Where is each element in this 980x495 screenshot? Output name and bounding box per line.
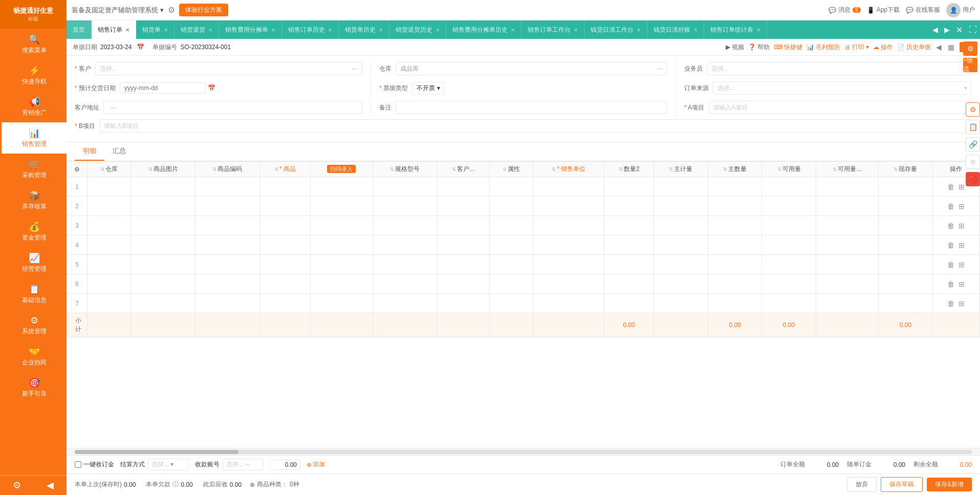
cell-7-available2[interactable]	[816, 294, 878, 313]
tab-1[interactable]: 销售订单✕	[92, 20, 136, 39]
date-picker-icon[interactable]: 📅	[137, 44, 144, 51]
tab-close-9[interactable]: ✕	[574, 27, 578, 33]
sidebar-settings-icon[interactable]: ⚙	[13, 480, 21, 491]
add-material-btn[interactable]: +物流	[963, 58, 977, 72]
col-header-available2[interactable]: ⇅可用量...	[816, 162, 878, 177]
cell-7-spec[interactable]	[373, 294, 438, 313]
row-copy-btn-2[interactable]: ⊞	[957, 201, 966, 211]
cell-7-unit[interactable]	[533, 294, 604, 313]
product-count[interactable]: ⊕ 商品种类： 0种	[250, 480, 299, 489]
tab-12[interactable]: 销售订单统计表✕	[704, 20, 767, 39]
b-project-input[interactable]: 请输入B项目	[99, 119, 972, 133]
cell-5-product[interactable]	[259, 255, 310, 274]
cell-5-main_unit[interactable]	[654, 255, 708, 274]
cell-2-product[interactable]	[259, 197, 310, 216]
cell-3-stock[interactable]	[879, 216, 933, 235]
cell-7-product[interactable]	[259, 294, 310, 313]
settings-panel-btn[interactable]: ⚙	[963, 41, 977, 56]
online-service[interactable]: 💬 在线客服	[906, 6, 940, 14]
cell-6-product_image[interactable]	[131, 274, 195, 294]
tab-close-1[interactable]: ✕	[125, 27, 129, 33]
cell-1-warehouse[interactable]	[88, 177, 131, 197]
cell-4-stock[interactable]	[879, 235, 933, 255]
col-header-spec[interactable]: ⇅规格型号	[373, 162, 438, 177]
cell-6-available2[interactable]	[816, 274, 878, 294]
cell-5-warehouse[interactable]	[88, 255, 131, 274]
cell-4-product[interactable]	[259, 235, 310, 255]
cell-4-spec[interactable]	[373, 235, 438, 255]
tab-3[interactable]: 销货退货✕	[175, 20, 219, 39]
cell-1-main_unit[interactable]	[654, 177, 708, 197]
operation-btn[interactable]: ☁ 操作	[873, 43, 893, 52]
cell-5-spec[interactable]	[373, 255, 438, 274]
col-header-customer_info[interactable]: ⇅客户...	[437, 162, 489, 177]
tab-4[interactable]: 销售费用分摊单✕	[219, 20, 282, 39]
row-delete-btn-1[interactable]: 🗑	[946, 182, 955, 192]
cell-5-unit[interactable]	[533, 255, 604, 274]
save-draft-button[interactable]: 保存草稿	[881, 477, 923, 492]
cell-1-stock[interactable]	[879, 177, 933, 197]
sidebar-item-operations[interactable]: 📈 经营管理	[0, 247, 67, 278]
side-icon-4[interactable]: ☆	[966, 155, 980, 169]
order-source-input[interactable]: 选择... ▾	[713, 81, 972, 95]
col-header-attribute[interactable]: ⇅属性	[489, 162, 533, 177]
cell-3-main_unit[interactable]	[654, 216, 708, 235]
cell-2-qty2[interactable]	[604, 197, 654, 216]
cell-1-main_qty[interactable]	[708, 177, 762, 197]
row-delete-btn-7[interactable]: 🗑	[946, 298, 955, 309]
cell-6-unit[interactable]	[533, 274, 604, 294]
cell-7-product_code[interactable]	[195, 294, 260, 313]
cell-1-available[interactable]	[762, 177, 816, 197]
print-dropdown-icon[interactable]: ▾	[866, 44, 869, 51]
system-title[interactable]: 装备及固定资产辅助管理系统 ▾	[72, 6, 164, 15]
cell-1-unit[interactable]	[533, 177, 604, 197]
scrollbar-track[interactable]	[75, 450, 972, 454]
tab-close-11[interactable]: ✕	[693, 27, 698, 33]
cell-7-main_qty[interactable]	[708, 294, 762, 313]
delivery-date-input[interactable]	[120, 82, 206, 94]
tab-0[interactable]: 首页	[67, 20, 92, 39]
cell-3-available2[interactable]	[816, 216, 878, 235]
tab-close-12[interactable]: ✕	[756, 27, 760, 33]
history-btn[interactable]: 📄 历史单据	[897, 43, 931, 52]
cell-7-stock[interactable]	[879, 294, 933, 313]
tab-close-3[interactable]: ✕	[208, 27, 212, 33]
sidebar-item-system[interactable]: ⚙ 系统管理	[0, 310, 67, 341]
col-header-product[interactable]: ⇅* 商品	[259, 162, 310, 177]
note-input[interactable]	[396, 101, 667, 114]
cell-2-customer_info[interactable]	[437, 197, 489, 216]
row-copy-btn-5[interactable]: ⊞	[957, 260, 966, 270]
sidebar-item-quick-nav[interactable]: ⚡ 快捷导航	[0, 60, 67, 91]
cell-3-barcode[interactable]	[310, 216, 373, 235]
cell-1-product[interactable]	[259, 177, 310, 197]
cell-4-barcode[interactable]	[310, 235, 373, 255]
tab-close-10[interactable]: ✕	[637, 27, 641, 33]
scrollbar-thumb[interactable]	[75, 450, 238, 454]
cell-1-qty2[interactable]	[604, 177, 654, 197]
tab-9[interactable]: 销售订单工作台✕	[521, 20, 584, 39]
tab-7[interactable]: 销货退货历史✕	[389, 20, 446, 39]
tabbar-right-arrow[interactable]: ▶	[941, 26, 953, 34]
cell-3-product[interactable]	[259, 216, 310, 235]
salesperson-input[interactable]: 选择... ···	[707, 62, 972, 75]
cell-4-product_code[interactable]	[195, 235, 260, 255]
form-tab-1[interactable]: 汇总	[104, 142, 134, 161]
row-delete-btn-5[interactable]: 🗑	[946, 260, 955, 270]
tab-6[interactable]: 销货单历史✕	[339, 20, 389, 39]
col-header-qty2[interactable]: ⇅数量2	[604, 162, 654, 177]
cell-6-qty2[interactable]	[604, 274, 654, 294]
user-menu[interactable]: 👤 用户	[946, 3, 975, 17]
col-header-available[interactable]: ⇅可用量	[762, 162, 816, 177]
cell-2-available2[interactable]	[816, 197, 878, 216]
delivery-date-icon[interactable]: 📅	[208, 84, 215, 92]
grid-btn[interactable]: ▦	[947, 42, 955, 52]
topbar-gear-icon[interactable]: ⚙	[168, 5, 175, 15]
row-copy-btn-7[interactable]: ⊞	[957, 298, 966, 309]
cell-6-warehouse[interactable]	[88, 274, 131, 294]
cell-5-main_qty[interactable]	[708, 255, 762, 274]
row-copy-btn-6[interactable]: ⊞	[957, 279, 966, 289]
one-click-checkbox[interactable]: 一键收订金	[75, 460, 114, 469]
tab-5[interactable]: 销售订单历史✕	[282, 20, 339, 39]
cell-6-product[interactable]	[259, 274, 310, 294]
cell-7-customer_info[interactable]	[437, 294, 489, 313]
